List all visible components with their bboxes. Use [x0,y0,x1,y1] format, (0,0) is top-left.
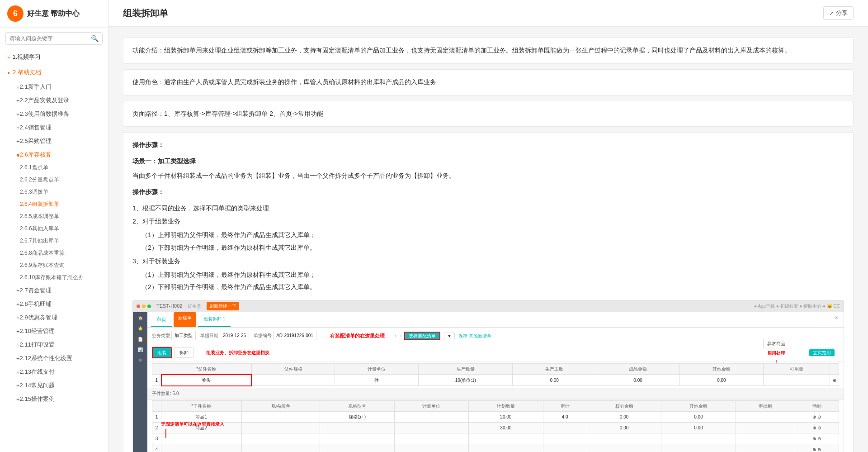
ss-divider-row: 子件数量: 5.0 [147,388,844,399]
sidebar-item-2-6-3[interactable]: 2.6.3调拨单 [0,186,108,198]
sidebar-item-2-6-8[interactable]: 2.6.8商品成本重算 [0,247,108,259]
new-bill-btn[interactable]: 刷新新建一下 [207,302,239,310]
window-chrome: TEST-H002 好生意 刷新新建一下 ● App下载 ● 初级账套 ● 帮助… [133,300,844,312]
ss-assemble-btn[interactable]: 组装 [152,347,172,358]
ss-tab-current[interactable]: 组装拆卸 1 [198,312,231,327]
annotation-switch-text: 组装业务、拆卸业务在这里切换 [206,349,269,357]
parent-name-cell[interactable]: 关头 [161,375,252,386]
ss-main-layout: 🏠 ⭐ 📄 📊 ⚙ 自贡 新建单 组装拆卸 1 ✕ [133,312,844,452]
scene1-title: 场景一：加工类型选择 [132,156,844,167]
ss-date-value[interactable]: 2019-12-26 [220,331,249,340]
sidebar-item-2-9[interactable]: + 2.9优惠券管理 [0,311,108,324]
sidebar-item-2-6-10[interactable]: 2.6.10库存账本错了怎么办 [0,271,108,284]
scene1-desc: 当由多个子件材料组装成一个成品的业务为【组装】业务，当由一个父件拆分成多个子产品… [132,171,844,181]
search-icon[interactable]: 🔍 [91,35,99,42]
top-right-icons: ● App下载 ● 初级账套 ● 帮助中心 ● 🐱 CC [754,302,840,310]
ss-tab-new[interactable]: 新建单 [174,312,196,327]
ss-search-input[interactable]: 异常商品 [763,339,789,348]
content-area: 功能介绍：组装拆卸单用来处理企业组装或拆卸等加工业务，支持有固定装配清单的产品加… [108,27,868,452]
search-box[interactable]: 🔍 [5,32,103,45]
ss-more-options[interactable]: ▼ [444,333,455,339]
annotation-arrow1: →→→ [387,333,404,339]
intro-block-3: 页面路径：1、库存核算->库存管理->组装拆卸单 2、首页->常用功能 [123,101,854,127]
intro-block-2: 使用角色：通常由生产人员或库管人员完成拆装业务的操作，库管人员确认原材料的出库和… [123,69,854,95]
ss-business-type-field: 业务类型 加工类型 [152,331,196,340]
col-product-amount: 成品金额 [596,363,680,375]
sidebar-item-2-1[interactable]: + 2.1新手入门 [0,80,108,94]
col-prod-qty: 生产数量 [419,363,513,375]
ss-annotation4-container: 无固定清单可以在这里直接录入 [161,419,224,438]
ss-parent-table: *父件名称 父件规格 计量单位 生产数量 生产工数 成品金额 其他金额 可用量 [152,363,839,386]
sidebar-item-2-4[interactable]: + 2.4销售管理 [0,121,108,134]
ss-date-label: 单据日期 [200,332,218,339]
sidebar-item-2-6-2[interactable]: 2.6.2分量盘点单 [0,174,108,186]
step-3: 3、对于拆装业务 [132,256,844,267]
ss-type-selector-row: 组装 拆卸 组装业务、拆卸业务在这里切换 异常商品 启用处理 ↑ [147,344,844,362]
sidebar-item-2-6-4[interactable]: 2.6.4组装拆卸单 [0,198,108,210]
sidebar-item-2-12[interactable]: + 2.12系统个性化设置 [0,352,108,365]
assembly-step-2: （2）下部明细为子件明细，最终作为原材料生成其它出库单。 [142,243,844,253]
chrome-minimize [142,305,146,308]
sidebar-item-2-6-7[interactable]: 2.6.7其他出库单 [0,235,108,247]
screenshot-container: TEST-H002 好生意 刷新新建一下 ● App下载 ● 初级账套 ● 帮助… [132,300,844,452]
assembly-step-1: （1）上部明细为父件明细，最终作为产成品生成其它入库单； [142,230,844,241]
sidebar-item-2-6-9[interactable]: 2.6.9库存账本查询 [0,259,108,271]
col-child-unit: 计量单位 [394,400,468,411]
sidebar-item-2-10[interactable]: + 2.10经营管理 [0,324,108,338]
ss-tab-home[interactable]: 自贡 [151,312,172,327]
ss-icon-home: 🏠 [134,314,146,323]
col-other-amount2: 其他金额 [661,400,736,411]
sidebar-item-2-3[interactable]: + 2.3使用前数据准备 [0,107,108,121]
table-row: 3⊕ ⊖ [152,433,839,444]
sidebar-item-2-14[interactable]: + 2.14常见问题 [0,379,108,392]
ss-type-value[interactable]: 加工类型 [171,331,196,340]
main-content: 组装拆卸单 ↗ 分享 功能介绍：组装拆卸单用来处理企业组装或拆卸等加工业务，支持… [108,0,868,452]
col-unit: 计量单位 [335,363,419,375]
ss-close-btn[interactable]: ✕ [833,312,840,327]
sidebar-item-video[interactable]: + 1.视频学习 [0,49,108,65]
sidebar: 6 好生意 帮助中心 🔍 + 1.视频学习 ● 2.帮助文档 + 2.1新手入门… [0,0,108,452]
col-spec-color: 规格/颜色 [241,400,320,411]
sidebar-item-docs[interactable]: ● 2.帮助文档 [0,65,108,80]
sidebar-item-2-11[interactable]: + 2.11打印设置 [0,338,108,352]
ss-select-bom-btn[interactable]: 选择装配清单 [404,332,440,340]
window-subtitle: 好生意 [188,302,201,310]
sidebar-item-2-5[interactable]: + 2.5采购管理 [0,134,108,148]
ss-save-btn[interactable]: 保存 其他新增单 [458,333,491,338]
col-other-amount: 其他金额 [679,363,763,375]
col-child-name: *子件名称 [161,400,242,411]
sidebar-item-2-6-6[interactable]: 2.6.6其他入库单 [0,223,108,235]
sidebar-item-2-8[interactable]: + 2.8手机旺铺 [0,297,108,311]
ss-bill-value[interactable]: AD-20191226-001 [273,331,316,340]
search-input[interactable] [9,35,91,42]
ss-disassemble-btn[interactable]: 拆卸 [175,347,193,358]
ss-sub-label: 子件数量: 5.0 [152,390,179,397]
sidebar-item-2-13[interactable]: + 2.13在线支付 [0,365,108,379]
col-prod-work: 生产工数 [513,363,596,375]
sidebar-item-2-2[interactable]: + 2.2产品安装及登录 [0,94,108,107]
sidebar-item-2-7[interactable]: + 2.7资金管理 [0,284,108,297]
step-2: 2、对于组装业务 [132,216,844,227]
sidebar-item-2-6-1[interactable]: 2.6.1盘点单 [0,162,108,174]
col-plan-qty: 计划数量 [469,400,543,411]
ss-confirm-btn[interactable]: 立实览用 [809,349,835,356]
sidebar-item-2-6-5[interactable]: 2.6.5成本调整单 [0,210,108,223]
ss-date-field: 单据日期 2019-12-26 [200,331,249,340]
app-title: 好生意 帮助中心 [27,9,80,19]
table-row: 1 关头 件 10(单位:1) 0.00 0.00 0.00 [152,375,839,386]
ss-parent-table-container: *父件名称 父件规格 计量单位 生产数量 生产工数 成品金额 其他金额 可用量 [147,362,844,388]
ss-type-switch: 组装 拆卸 [152,347,193,358]
intro-block-1: 功能介绍：组装拆卸单用来处理企业组装或拆卸等加工业务，支持有固定装配清单的产品加… [123,38,854,64]
ss-content: 自贡 新建单 组装拆卸 1 ✕ 业务类型 加工类型 [147,312,844,452]
ss-icon-star: ⭐ [134,324,146,333]
chrome-maximize [147,305,151,308]
ss-type-label: 业务类型 [152,332,170,339]
ss-icon-doc: 📄 [134,335,146,344]
sidebar-item-2-15[interactable]: + 2.15操作案例 [0,392,108,406]
sidebar-header: 6 好生意 帮助中心 [0,0,108,28]
expand-icon-docs: ● [7,70,10,75]
chrome-close [137,305,140,308]
share-button[interactable]: ↗ 分享 [823,6,854,20]
sidebar-item-2-6[interactable]: ● 2.6库存核算 [0,148,108,162]
annotation-enable-arrow: ↑ [775,357,778,366]
